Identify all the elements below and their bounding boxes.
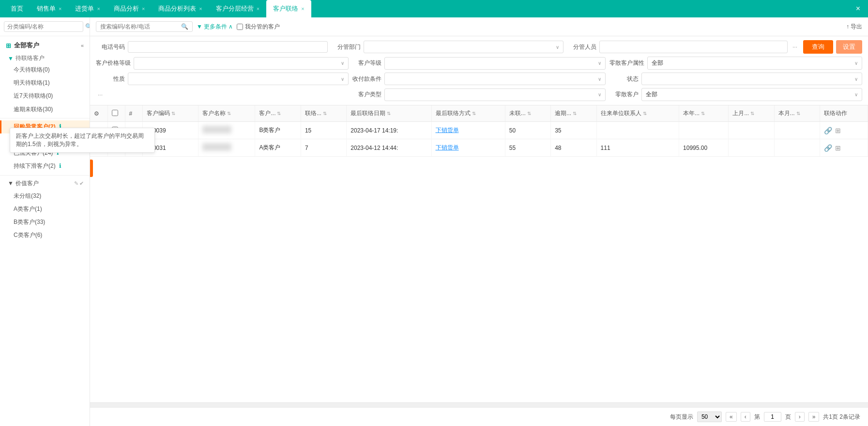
table-row: 1 000039 B类客户 15 2023-04-17 14:19: 下销货单 …: [90, 122, 868, 139]
prev-page-btn[interactable]: ‹: [741, 412, 750, 422]
sort-icon-yr[interactable]: ⇅: [701, 111, 705, 116]
page-number-input[interactable]: [764, 412, 781, 422]
filter-customer-level-select[interactable]: ∨: [384, 57, 605, 70]
sort-icon-unc[interactable]: ⇅: [527, 111, 531, 116]
filter-nature-select[interactable]: ∨: [128, 73, 349, 85]
page-suffix: 页: [785, 413, 791, 421]
arrow-icon-2: ▼: [8, 180, 14, 187]
td-overdue-1: 35: [551, 122, 596, 139]
blurred-name-1: [202, 126, 231, 133]
toolbar-search-input[interactable]: [100, 23, 179, 30]
sort-icon-tm[interactable]: ⇅: [796, 111, 800, 116]
nav-customer-tier-close[interactable]: ×: [257, 6, 259, 12]
nav-customer-tier[interactable]: 客户分层经营 ×: [209, 0, 266, 17]
settings-button[interactable]: 设置: [836, 40, 862, 54]
filter-icon: ▼: [197, 23, 202, 30]
filter-customer-type-select[interactable]: ∨: [384, 88, 605, 101]
nav-purchase-close[interactable]: ×: [97, 6, 100, 12]
chevron-down-icon-6: ∨: [598, 76, 601, 82]
chevron-down-icon: ∨: [556, 44, 559, 50]
td-unit-contacts-2: 111: [596, 139, 679, 157]
th-last-way: 最后联络方式⇅: [431, 105, 505, 122]
h-scrollbar[interactable]: [90, 402, 868, 407]
sidebar-item-a-class[interactable]: A类客户(1): [0, 203, 90, 216]
my-customers-checkbox-row: 我分管的客户: [237, 23, 280, 31]
filter-price-level: 客户价格等级 ∨: [96, 57, 349, 70]
last-way-link-2[interactable]: 下销货单: [436, 144, 459, 151]
sidebar-item-c-class[interactable]: C类客户(6): [0, 229, 90, 242]
nav-customer-contact-close[interactable]: ×: [301, 6, 304, 12]
nav-analysis[interactable]: 商品分析 ×: [107, 0, 152, 17]
sort-icon-way[interactable]: ⇅: [472, 111, 476, 116]
nav-analysis-list-close[interactable]: ×: [199, 6, 202, 12]
top-nav: 首页 销售单 × 进货单 × 商品分析 × 商品分析列表 × 客户分层经营 × …: [0, 0, 868, 17]
filter-retail-attr-select[interactable]: 全部 ∨: [647, 57, 862, 70]
action-grid-icon-1[interactable]: ⊞: [835, 127, 841, 134]
nav-analysis-close[interactable]: ×: [142, 6, 145, 12]
query-button[interactable]: 查询: [803, 40, 833, 54]
toolbar-search-icon[interactable]: 🔍: [181, 23, 188, 30]
edit-icon[interactable]: ✎: [74, 180, 78, 187]
sort-icon-lm[interactable]: ⇅: [750, 111, 754, 116]
sort-icon-over[interactable]: ⇅: [573, 111, 577, 116]
per-page-select[interactable]: 50 20 100: [697, 411, 722, 422]
filter-customer-level-label: 客户等级: [352, 59, 381, 67]
th-settings[interactable]: ⚙: [90, 105, 107, 122]
nav-purchase[interactable]: 进货单 ×: [68, 0, 107, 17]
sidebar-group-value[interactable]: ▼ 价值客户 ✎ ✔: [0, 177, 90, 190]
filter-status-select[interactable]: ∨: [641, 73, 862, 85]
sidebar-search-icon[interactable]: 🔍: [85, 23, 90, 30]
th-contact: 联络...⇅: [301, 105, 346, 122]
sort-icon-unit[interactable]: ⇅: [643, 111, 647, 116]
nav-sales-close[interactable]: ×: [59, 6, 61, 12]
th-overdue: 逾期...⇅: [551, 105, 596, 122]
sort-icon-cat[interactable]: ⇅: [277, 111, 281, 116]
action-grid-icon-2[interactable]: ⊞: [835, 144, 841, 152]
action-link-icon-1[interactable]: 🔗: [824, 127, 832, 134]
sort-icon-date[interactable]: ⇅: [387, 111, 391, 116]
filter-price-select[interactable]: ∨: [134, 57, 349, 70]
last-page-btn[interactable]: »: [808, 412, 820, 422]
sidebar-all-customers[interactable]: ⊞ 全部客户 «: [0, 39, 90, 52]
sidebar-item-declining[interactable]: 持续下滑客户(2) ℹ: [0, 160, 90, 173]
nav-sales[interactable]: 销售单 ×: [30, 0, 68, 17]
sidebar-item-b-class[interactable]: B类客户(33): [0, 216, 90, 229]
filter-phone-input[interactable]: [128, 41, 328, 53]
chevron-down-icon-5: ∨: [341, 76, 344, 82]
sidebar-search-row: 🔍: [0, 17, 90, 36]
td-name-1: [198, 122, 255, 139]
next-page-btn[interactable]: ›: [795, 412, 805, 422]
sort-icon-contact[interactable]: ⇅: [323, 111, 327, 116]
filter-nature-label: 性质: [96, 75, 125, 83]
more-conditions-btn[interactable]: ▼ 更多条件 ∧: [197, 23, 233, 31]
filter-retail-customer-select[interactable]: 全部 ∨: [641, 88, 862, 101]
sidebar-item-today[interactable]: 今天待联络(0): [0, 63, 90, 76]
action-link-icon-2[interactable]: 🔗: [824, 144, 832, 152]
nav-analysis-list[interactable]: 商品分析列表 ×: [152, 0, 209, 17]
last-way-link-1[interactable]: 下销货单: [436, 127, 459, 133]
td-action-2: 🔗 ⊞: [820, 139, 868, 157]
filter-price-label: 客户价格等级: [96, 59, 131, 67]
sidebar-item-ungroup[interactable]: 未分组(32): [0, 190, 90, 203]
sidebar-item-7days[interactable]: 近7天待联络(0): [0, 89, 90, 103]
sidebar-item-tomorrow[interactable]: 明天待联络(1): [0, 76, 90, 89]
nav-home[interactable]: 首页: [4, 0, 30, 17]
nav-customer-contact[interactable]: 客户联络 ×: [266, 0, 311, 17]
filter-payment-select[interactable]: ∨: [384, 73, 605, 85]
pagination: 每页显示 50 20 100 « ‹ 第 页 › » 共1页 2条记录: [90, 407, 868, 426]
filter-dept-select[interactable]: ∨: [364, 41, 563, 53]
filter-retail-customer: 零散客户 全部 ∨: [609, 88, 862, 101]
th-this-year: 本年...⇅: [679, 105, 729, 122]
window-close-button[interactable]: ×: [852, 4, 864, 13]
first-page-btn[interactable]: «: [726, 412, 737, 422]
my-customers-checkbox[interactable]: [237, 24, 243, 30]
chevron-down-icon-8: ∨: [598, 92, 601, 97]
sort-icon-code[interactable]: ⇅: [171, 111, 175, 116]
select-all-checkbox[interactable]: [112, 110, 118, 116]
sidebar-search-input[interactable]: [4, 21, 83, 32]
export-button[interactable]: ↑ 导出: [846, 23, 862, 31]
sidebar-item-overdue[interactable]: 逾期未联络(30): [0, 103, 90, 116]
sort-icon-name[interactable]: ⇅: [227, 111, 231, 116]
filter-manager-select[interactable]: [599, 41, 788, 53]
sidebar-collapse-btn[interactable]: «: [81, 43, 84, 48]
